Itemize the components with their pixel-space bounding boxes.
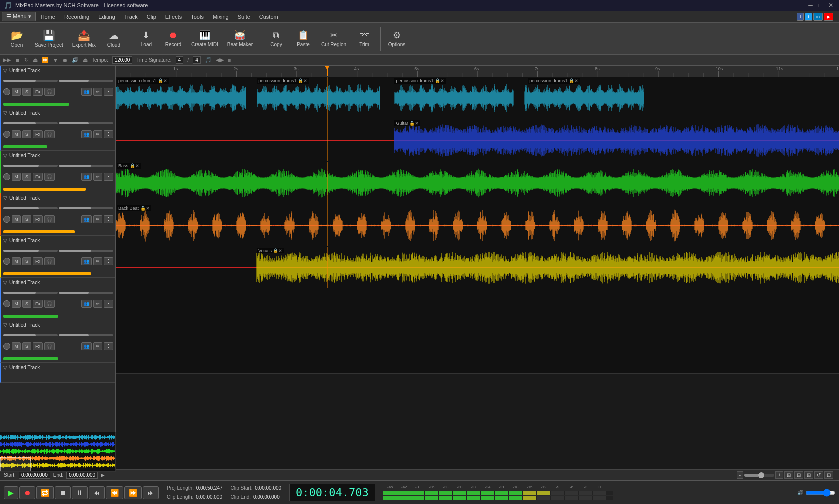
track-expand-2[interactable]: ▽ — [3, 110, 7, 116]
track-record-btn-4[interactable] — [3, 216, 10, 223]
track-group-btn-2[interactable]: 👥 — [81, 130, 92, 138]
track-group-btn-7[interactable]: 👥 — [81, 342, 92, 350]
track-edit-btn-7[interactable]: ✏ — [93, 342, 102, 350]
track-headphones-btn-1[interactable]: 🎧 — [44, 88, 55, 96]
track-fx-btn-4[interactable]: Fx — [33, 215, 43, 223]
track-solo-btn-4[interactable]: S — [22, 215, 31, 223]
pause-btn[interactable]: ⏸ — [72, 486, 88, 499]
track-expand-6[interactable]: ▽ — [3, 280, 7, 285]
track-row-vocals[interactable]: Vocals 🔒✕ — [116, 247, 839, 289]
track-solo-btn-1[interactable]: S — [22, 88, 31, 96]
track-row-drums[interactable]: percussion drums1 🔒✕ percussion drums1 🔒… — [116, 77, 839, 119]
end-value[interactable]: 0:00:00.000 — [66, 471, 98, 479]
track-mute-btn-6[interactable]: M — [12, 300, 21, 308]
track-fx-btn-2[interactable]: Fx — [33, 130, 43, 138]
track-mute-btn-1[interactable]: M — [12, 88, 21, 96]
track-row-empty-2[interactable] — [116, 331, 839, 374]
create-midi-button[interactable]: 🎹 Create MIDI — [187, 25, 222, 53]
track-headphones-btn-7[interactable]: 🎧 — [44, 342, 55, 350]
facebook-btn[interactable]: f — [797, 13, 804, 21]
zoom-in2-btn[interactable]: ⊞ — [804, 471, 813, 479]
track-solo-btn-7[interactable]: S — [22, 342, 31, 350]
time-sig-num[interactable]: 4 — [176, 56, 184, 64]
menu-item-editing[interactable]: Editing — [94, 13, 119, 21]
track-dots-btn-3[interactable]: ⋮ — [104, 173, 113, 181]
track-fx-btn-5[interactable]: Fx — [33, 257, 43, 265]
track-fx-btn-7[interactable]: Fx — [33, 342, 43, 350]
menu-item-home[interactable]: Home — [37, 13, 59, 21]
zoom-slider[interactable] — [744, 474, 774, 477]
menu-item-custom[interactable]: Custom — [255, 13, 282, 21]
play-btn[interactable]: ▶ — [4, 486, 18, 499]
cloud-button[interactable]: ☁ Cloud — [101, 25, 127, 53]
track-record-btn-6[interactable] — [3, 300, 10, 307]
zoom-out2-btn[interactable]: ⊟ — [794, 471, 803, 479]
menu-item-recording[interactable]: Recording — [60, 13, 93, 21]
twitter-btn[interactable]: t — [805, 13, 812, 21]
master-volume-slider[interactable] — [805, 489, 835, 497]
menu-item-suite[interactable]: Suite — [234, 13, 254, 21]
track-row-empty-1[interactable] — [116, 289, 839, 331]
loop-btn[interactable]: 🔁 — [36, 486, 54, 499]
record-button[interactable]: ⏺ Record — [160, 25, 186, 53]
load-button[interactable]: ⬇ Load — [133, 25, 159, 53]
zoom-slider-handle[interactable] — [758, 472, 764, 478]
track-mute-btn-2[interactable]: M — [12, 130, 21, 138]
record-btn[interactable]: ⏺ — [19, 486, 35, 499]
menu-item-mixing[interactable]: Mixing — [209, 13, 233, 21]
track-record-btn-5[interactable] — [3, 258, 10, 265]
track-fx-btn-3[interactable]: Fx — [33, 173, 43, 181]
stop-btn[interactable]: ⏹ — [55, 486, 71, 499]
track-dots-btn-2[interactable]: ⋮ — [104, 130, 113, 138]
play-arrow[interactable]: ▶ — [101, 472, 105, 478]
track-fx-btn-6[interactable]: Fx — [33, 300, 43, 308]
track-row-guitar[interactable]: Guitar 🔒✕ — [116, 119, 839, 162]
track-headphones-btn-4[interactable]: 🎧 — [44, 215, 55, 223]
time-sig-den[interactable]: 4 — [193, 56, 201, 64]
track-solo-btn-5[interactable]: S — [22, 257, 31, 265]
rewind-start-btn[interactable]: ⏮ — [89, 486, 105, 499]
track-mute-btn-4[interactable]: M — [12, 215, 21, 223]
forward-end-btn[interactable]: ⏭ — [143, 486, 159, 499]
track-expand-7[interactable]: ▽ — [3, 322, 7, 328]
track-row-bass[interactable]: Bass 🔒✕ — [116, 162, 839, 204]
track-mute-btn-3[interactable]: M — [12, 173, 21, 181]
menu-item-clip[interactable]: Clip — [143, 13, 160, 21]
track-group-btn-6[interactable]: 👥 — [81, 300, 92, 308]
paste-button[interactable]: 📋 Paste — [290, 25, 316, 53]
waveform-area[interactable]: percussion drums1 🔒✕ percussion drums1 🔒… — [116, 66, 839, 469]
track-edit-btn-1[interactable]: ✏ — [93, 88, 102, 96]
trim-button[interactable]: ⌤ Trim — [351, 25, 377, 53]
track-expand-8[interactable]: ▽ — [3, 365, 7, 370]
track-headphones-btn-2[interactable]: 🎧 — [44, 130, 55, 138]
menu-item-tools[interactable]: Tools — [187, 13, 208, 21]
maximize-btn[interactable]: □ — [817, 2, 824, 9]
track-dots-btn-5[interactable]: ⋮ — [104, 257, 113, 265]
beat-maker-button[interactable]: 🥁 Beat Maker — [223, 25, 257, 53]
save-project-button[interactable]: 💾 Save Project — [31, 25, 67, 53]
track-solo-btn-2[interactable]: S — [22, 130, 31, 138]
track-headphones-btn-5[interactable]: 🎧 — [44, 257, 55, 265]
track-record-btn-3[interactable] — [3, 173, 10, 180]
tempo-value[interactable]: 120.00 — [112, 56, 133, 64]
copy-button[interactable]: ⧉ Copy — [263, 25, 289, 53]
track-dots-btn-1[interactable]: ⋮ — [104, 88, 113, 96]
track-expand-3[interactable]: ▽ — [3, 153, 7, 158]
track-dots-btn-4[interactable]: ⋮ — [104, 215, 113, 223]
track-edit-btn-6[interactable]: ✏ — [93, 300, 102, 308]
track-record-btn-1[interactable] — [3, 88, 10, 95]
minimize-btn[interactable]: ─ — [806, 2, 815, 9]
track-solo-btn-3[interactable]: S — [22, 173, 31, 181]
cut-region-button[interactable]: ✂ Cut Region — [317, 25, 350, 53]
menu-dropdown-btn[interactable]: ☰ Menu ▾ — [2, 12, 36, 21]
zoom-in-btn[interactable]: + — [775, 471, 783, 479]
track-mute-btn-7[interactable]: M — [12, 342, 21, 350]
track-mute-btn-5[interactable]: M — [12, 257, 21, 265]
export-mix-button[interactable]: 📤 Export Mix — [68, 25, 100, 53]
menu-item-effects[interactable]: Effects — [161, 13, 186, 21]
rewind-btn[interactable]: ⏪ — [106, 486, 123, 499]
zoom-reset-btn[interactable]: ↺ — [814, 471, 823, 479]
track-solo-btn-6[interactable]: S — [22, 300, 31, 308]
track-dots-btn-6[interactable]: ⋮ — [104, 300, 113, 308]
track-row-backbeat[interactable]: Back Beat 🔒✕ — [116, 204, 839, 247]
